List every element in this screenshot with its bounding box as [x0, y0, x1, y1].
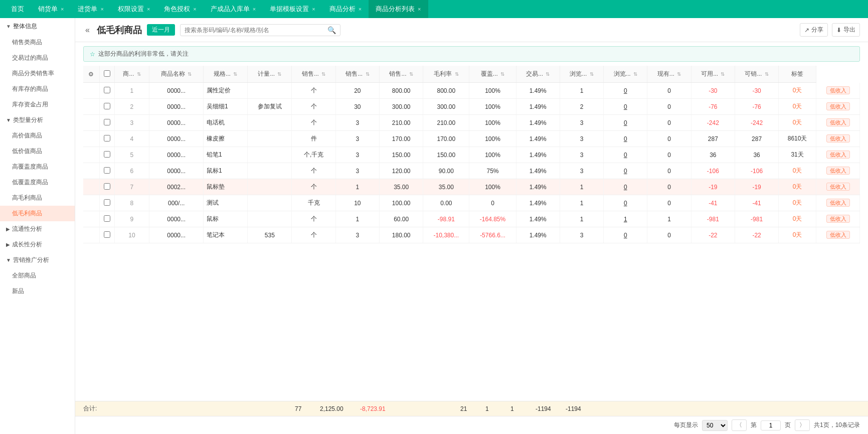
row-settings[interactable] [83, 179, 99, 195]
col-sales-qty[interactable]: 销售... ⇅ [292, 66, 335, 83]
row-view1[interactable]: 0 [604, 83, 647, 99]
per-page-select[interactable]: 50 100 200 [702, 420, 728, 431]
row-settings[interactable] [83, 99, 99, 115]
nav-product-analysis-list[interactable]: 商品分析列表 × [369, 0, 428, 18]
row-checkbox[interactable] [99, 83, 114, 99]
col-view2[interactable]: 浏览... ⇅ [604, 66, 647, 83]
sidebar-group-liquidity: ▶ 流通性分析 [0, 221, 75, 237]
col-code[interactable]: 商... ⇅ [114, 66, 149, 83]
sidebar-collapse-button[interactable]: « [83, 24, 92, 37]
col-current-stock[interactable]: 现有... ⇅ [647, 66, 691, 83]
row-view1[interactable]: 0 [604, 99, 647, 115]
nav-permission[interactable]: 权限设置 × [111, 0, 157, 18]
row-view1[interactable]: 0 [604, 131, 647, 147]
close-icon[interactable]: × [418, 6, 421, 12]
nav-product-analysis[interactable]: 商品分析 × [322, 0, 369, 18]
time-filter-button[interactable]: 近一月 [147, 24, 175, 36]
row-settings[interactable] [83, 147, 99, 163]
row-tag: 低收入 [816, 83, 860, 99]
sidebar-item-in-stock-products[interactable]: 有库存的商品 [0, 81, 75, 97]
row-checkbox[interactable] [99, 131, 114, 147]
col-spec[interactable]: 规格... ⇅ [203, 66, 247, 83]
next-page-button[interactable]: 〉 [795, 419, 810, 431]
nav-sales-order[interactable]: 销货单 × [31, 0, 71, 18]
select-all-checkbox[interactable] [104, 70, 110, 77]
sidebar-group-type-analysis-header[interactable]: ▼ 类型量分析 [0, 112, 75, 128]
sidebar-group-marketing-header[interactable]: ▼ 营销推广分析 [0, 252, 75, 268]
sidebar-item-low-value[interactable]: 低价值商品 [0, 143, 75, 159]
col-available-stock[interactable]: 可用... ⇅ [691, 66, 735, 83]
row-checkbox[interactable] [99, 163, 114, 179]
nav-template-settings[interactable]: 单据模板设置 × [263, 0, 322, 18]
sidebar-item-high-coverage[interactable]: 高覆盖度商品 [0, 159, 75, 175]
sidebar-item-high-value[interactable]: 高价值商品 [0, 128, 75, 143]
row-view1[interactable]: 0 [604, 195, 647, 211]
row-view1[interactable]: 0 [604, 179, 647, 195]
col-unit[interactable]: 计量... ⇅ [248, 66, 292, 83]
share-button[interactable]: ↗ 分享 [800, 23, 828, 37]
row-settings[interactable] [83, 163, 99, 179]
row-settings[interactable] [83, 227, 99, 243]
row-checkbox[interactable] [99, 195, 114, 211]
col-view1[interactable]: 浏览... ⇅ [560, 66, 603, 83]
close-icon[interactable]: × [253, 6, 256, 12]
close-icon[interactable]: × [193, 6, 196, 12]
col-checkbox[interactable] [99, 66, 114, 83]
row-settings[interactable] [83, 131, 99, 147]
sidebar-item-stock-capital[interactable]: 库存资金占用 [0, 97, 75, 112]
nav-home[interactable]: 首页 [4, 0, 31, 18]
search-icon[interactable]: 🔍 [327, 26, 336, 34]
col-saleable-days[interactable]: 可销... ⇅ [735, 66, 778, 83]
col-sales-amount[interactable]: 销售... ⇅ [335, 66, 379, 83]
row-view1[interactable]: 1 [604, 211, 647, 227]
sidebar-item-low-coverage[interactable]: 低覆盖度商品 [0, 175, 75, 190]
sidebar-group-liquidity-header[interactable]: ▶ 流通性分析 [0, 221, 75, 237]
close-icon[interactable]: × [312, 6, 315, 12]
search-input[interactable] [185, 27, 324, 34]
col-settings[interactable]: ⚙ [83, 66, 99, 83]
sidebar-item-high-margin[interactable]: 高毛利商品 [0, 190, 75, 206]
row-code: 0000... [149, 115, 204, 131]
close-icon[interactable]: × [359, 6, 362, 12]
row-settings[interactable] [83, 211, 99, 227]
nav-purchase-order[interactable]: 进货单 × [71, 0, 110, 18]
row-gross-rate: 100% [469, 83, 516, 99]
row-checkbox[interactable] [99, 179, 114, 195]
row-view1[interactable]: 0 [604, 115, 647, 131]
sidebar-group-growth-header[interactable]: ▶ 成长性分析 [0, 237, 75, 252]
nav-product-stock[interactable]: 产成品入库单 × [204, 0, 263, 18]
sidebar-item-traded-products[interactable]: 交易过的商品 [0, 50, 75, 66]
row-view1[interactable]: 0 [604, 227, 647, 243]
sidebar-group-overall-header[interactable]: ▼ 整体信息 [0, 18, 75, 35]
close-icon[interactable]: × [100, 6, 103, 12]
row-view1[interactable]: 0 [604, 163, 647, 179]
export-button[interactable]: ⬇ 导出 [832, 23, 860, 37]
col-name[interactable]: 商品名称 ⇅ [149, 66, 204, 83]
page-input[interactable] [761, 420, 781, 430]
col-gross-rate[interactable]: 毛利率 ⇅ [423, 66, 469, 83]
row-current-stock: -19 [691, 179, 735, 195]
sidebar-item-sales-products[interactable]: 销售类商品 [0, 35, 75, 50]
row-sales-amount: 170.00 [380, 131, 423, 147]
row-checkbox[interactable] [99, 227, 114, 243]
col-sales-profit[interactable]: 销售... ⇅ [380, 66, 423, 83]
col-tag[interactable]: 标签 [779, 66, 816, 83]
close-icon[interactable]: × [147, 6, 150, 12]
prev-page-button[interactable]: 〈 [732, 419, 747, 431]
row-checkbox[interactable] [99, 211, 114, 227]
row-settings[interactable] [83, 195, 99, 211]
col-coverage[interactable]: 覆盖... ⇅ [469, 66, 516, 83]
sidebar-item-category-sales-rate[interactable]: 商品分类销售率 [0, 66, 75, 81]
nav-role-auth[interactable]: 角色授权 × [157, 0, 203, 18]
row-settings[interactable] [83, 115, 99, 131]
sidebar-item-all-products[interactable]: 全部商品 [0, 268, 75, 283]
sidebar-item-new-products[interactable]: 新品 [0, 283, 75, 299]
row-view1[interactable]: 0 [604, 147, 647, 163]
row-checkbox[interactable] [99, 99, 114, 115]
close-icon[interactable]: × [61, 6, 64, 12]
col-trade-count[interactable]: 交易... ⇅ [516, 66, 560, 83]
row-settings[interactable] [83, 83, 99, 99]
row-checkbox[interactable] [99, 115, 114, 131]
row-checkbox[interactable] [99, 147, 114, 163]
sidebar-item-low-margin[interactable]: 低毛利商品 [0, 206, 75, 221]
